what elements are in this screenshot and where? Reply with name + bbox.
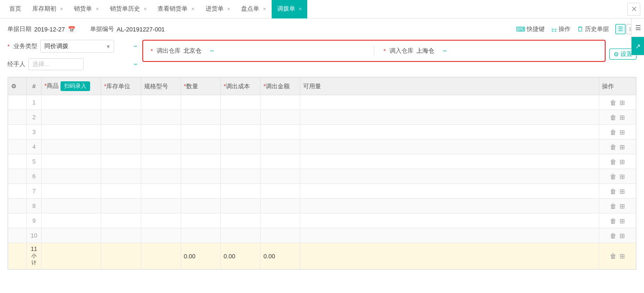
copy-icon[interactable]: ⊞ bbox=[620, 188, 625, 195]
copy-icon[interactable]: ⊞ bbox=[620, 114, 625, 121]
quantity-cell[interactable] bbox=[181, 199, 220, 214]
subtotal-cost-cell: 0.00 bbox=[220, 243, 260, 269]
copy-icon[interactable]: ⊞ bbox=[620, 232, 625, 239]
date-label: 单据日期 bbox=[7, 25, 31, 33]
date-value[interactable]: 2019-12-27 bbox=[34, 26, 65, 33]
table-row: 4 🗑 ⊞ bbox=[8, 140, 636, 154]
tab-purchase-order[interactable]: 进货单 × bbox=[200, 0, 236, 18]
calendar-icon[interactable]: 📅 bbox=[68, 26, 75, 33]
warehouse-in-more[interactable]: ··· bbox=[443, 47, 446, 55]
unit-cell bbox=[101, 169, 141, 184]
tab-inventory-init[interactable]: 库存期初 × bbox=[27, 0, 68, 18]
tab-close-inventory-init[interactable]: × bbox=[60, 6, 63, 12]
quantity-cell[interactable] bbox=[181, 110, 220, 125]
th-unit: *库存单位 bbox=[101, 78, 141, 95]
tab-close-view-sales[interactable]: × bbox=[191, 6, 194, 12]
delete-icon[interactable]: 🗑 bbox=[610, 158, 616, 165]
amount-cell bbox=[261, 95, 300, 110]
quantity-cell[interactable] bbox=[181, 228, 220, 243]
copy-icon[interactable]: ⊞ bbox=[620, 217, 625, 225]
warehouse-in-value[interactable]: 上海仓 bbox=[416, 47, 434, 55]
tab-close-transfer-order[interactable]: × bbox=[299, 6, 302, 12]
delete-icon[interactable]: 🗑 bbox=[610, 173, 616, 180]
delete-icon[interactable]: 🗑 bbox=[610, 188, 616, 195]
settings-cell bbox=[8, 228, 27, 243]
delete-icon[interactable]: 🗑 bbox=[610, 99, 616, 106]
tab-inventory-check[interactable]: 盘点单 × bbox=[236, 0, 271, 18]
delete-icon[interactable]: 🗑 bbox=[610, 143, 616, 151]
product-cell[interactable] bbox=[42, 125, 101, 140]
copy-icon[interactable]: ⊞ bbox=[620, 252, 625, 260]
quantity-cell[interactable] bbox=[181, 154, 220, 169]
delete-icon[interactable]: 🗑 bbox=[610, 232, 616, 239]
tab-close-sales-order[interactable]: × bbox=[96, 6, 98, 12]
product-cell[interactable] bbox=[42, 110, 101, 125]
number-value[interactable]: AL-20191227-001 bbox=[117, 26, 165, 33]
list-view-button[interactable]: ☰ bbox=[615, 24, 626, 34]
number-field: 单据编号 AL-20191227-001 bbox=[90, 25, 165, 33]
product-cell[interactable] bbox=[42, 199, 101, 214]
subtotal-ops-cell: 🗑 ⊞ bbox=[599, 243, 636, 269]
business-type-more[interactable]: ··· bbox=[134, 42, 137, 50]
sidebar-list-icon[interactable]: ☰ bbox=[632, 18, 644, 37]
operations-button[interactable]: ⚏ 操作 bbox=[551, 25, 571, 33]
tab-close-sales-history[interactable]: × bbox=[144, 6, 146, 12]
history-button[interactable]: 🗒 历史单据 bbox=[577, 25, 609, 33]
quantity-cell[interactable] bbox=[181, 125, 220, 140]
quantity-cell[interactable] bbox=[181, 184, 220, 199]
tab-close-inventory-check[interactable]: × bbox=[263, 6, 266, 12]
product-cell[interactable] bbox=[42, 95, 101, 110]
unit-cell bbox=[101, 95, 141, 110]
th-settings[interactable]: ⚙ bbox=[8, 78, 27, 95]
unit-cell bbox=[101, 199, 141, 214]
delete-icon[interactable]: 🗑 bbox=[610, 202, 616, 210]
quantity-cell[interactable] bbox=[181, 140, 220, 154]
copy-icon[interactable]: ⊞ bbox=[620, 173, 625, 180]
history-label: 历史单据 bbox=[585, 25, 609, 33]
scan-button[interactable]: 扫码录入 bbox=[61, 81, 90, 91]
delete-icon[interactable]: 🗑 bbox=[610, 217, 616, 225]
handler-label: 经手人 bbox=[7, 60, 25, 68]
quantity-cell[interactable] bbox=[181, 214, 220, 228]
row-num-cell: 3 bbox=[27, 125, 42, 140]
tab-sales-history[interactable]: 销货单历史 × bbox=[104, 0, 152, 18]
product-cell[interactable] bbox=[42, 184, 101, 199]
tab-close-purchase-order[interactable]: × bbox=[227, 6, 230, 12]
business-type-select[interactable]: 同价调拨 ▾ bbox=[40, 40, 114, 53]
unit-cell bbox=[101, 110, 141, 125]
product-cell[interactable] bbox=[42, 169, 101, 184]
product-cell[interactable] bbox=[42, 228, 101, 243]
copy-icon[interactable]: ⊞ bbox=[620, 158, 625, 165]
tab-transfer-order[interactable]: 调拨单 × bbox=[272, 0, 307, 18]
table-header-row: ⚙ # *商品 扫码录入 *库存单位 规格型号 *数量 *调出成本 *调出金额 … bbox=[8, 78, 636, 95]
delete-icon[interactable]: 🗑 bbox=[610, 114, 616, 121]
warehouse-out-more[interactable]: ··· bbox=[210, 47, 213, 55]
warehouse-out-required-star: * bbox=[151, 48, 153, 55]
delete-icon[interactable]: 🗑 bbox=[610, 252, 616, 260]
shortcuts-button[interactable]: ⌨ 快捷键 bbox=[516, 25, 545, 33]
handler-more[interactable]: ··· bbox=[134, 60, 137, 68]
quantity-cell[interactable] bbox=[181, 95, 220, 110]
copy-icon[interactable]: ⊞ bbox=[620, 202, 625, 210]
tab-view-sales[interactable]: 查看销货单 × bbox=[152, 0, 200, 18]
handler-input[interactable]: 选择... bbox=[28, 58, 84, 70]
available-cell bbox=[300, 199, 599, 214]
row-num-cell: 6 bbox=[27, 169, 42, 184]
product-cell[interactable] bbox=[42, 214, 101, 228]
warehouse-out-value[interactable]: 北京仓 bbox=[183, 47, 201, 55]
product-cell[interactable] bbox=[42, 154, 101, 169]
tab-sales-order[interactable]: 销货单 × bbox=[68, 0, 104, 18]
ops-cell: 🗑 ⊞ bbox=[599, 199, 636, 214]
copy-icon[interactable]: ⊞ bbox=[620, 143, 625, 151]
amount-cell bbox=[261, 169, 300, 184]
copy-icon[interactable]: ⊞ bbox=[620, 99, 625, 106]
quantity-cell[interactable] bbox=[181, 169, 220, 184]
product-cell[interactable] bbox=[42, 140, 101, 154]
copy-icon[interactable]: ⊞ bbox=[620, 128, 625, 136]
sidebar-expand-icon[interactable]: ↗ bbox=[632, 37, 644, 55]
delete-icon[interactable]: 🗑 bbox=[610, 128, 616, 136]
cost-cell bbox=[220, 154, 260, 169]
tab-bar-close-button[interactable]: ✕ bbox=[627, 3, 640, 16]
tab-home[interactable]: 首页 bbox=[4, 0, 27, 18]
spec-cell bbox=[141, 95, 181, 110]
